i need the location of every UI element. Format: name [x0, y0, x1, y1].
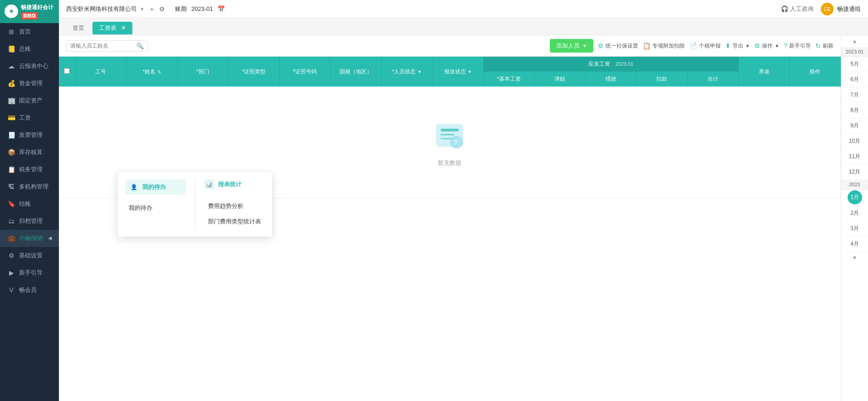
month-scroll-down[interactable]: ▼	[841, 252, 868, 264]
sidebar-item-multi-org[interactable]: 🏗 多机构管理	[0, 178, 59, 195]
report-filter-icon: ▼	[467, 69, 472, 74]
year-prev-label: 2023.01	[841, 47, 868, 57]
select-all-header[interactable]	[59, 57, 75, 87]
tab-salary-label: 工资表	[99, 24, 116, 32]
tab-home[interactable]: 首页	[66, 22, 91, 34]
month-jun[interactable]: 6月	[841, 72, 868, 87]
sidebar-item-ledger[interactable]: 📒 总账	[0, 40, 59, 58]
month-sep[interactable]: 9月	[841, 118, 868, 134]
popup-dept-expense[interactable]: 部门费用类型统计表	[204, 214, 265, 229]
popup-todo-item[interactable]: 我的待办	[125, 200, 186, 216]
month-nov[interactable]: 11月	[841, 149, 868, 164]
support-btn[interactable]: 🎧 人工咨询	[781, 5, 814, 13]
sidebar-item-cloud-report[interactable]: ☁ 云报表中心	[0, 58, 59, 75]
sidebar-item-home[interactable]: ⊞ 首页	[0, 23, 59, 40]
month-mar[interactable]: 3月	[841, 221, 868, 237]
calendar-icon: 📅	[218, 5, 225, 12]
tab-salary[interactable]: 工资表 ✕	[92, 22, 132, 34]
popup-todo-header[interactable]: 👤 我的待办	[125, 179, 186, 195]
col-base-salary: *基本工资	[484, 72, 535, 87]
export-dropdown-icon: ▼	[745, 43, 750, 48]
popup-col-reports: 📊 报表统计 费用趋势分析 部门费用类型统计表	[204, 179, 265, 229]
social-security-btn[interactable]: ⚙ 统一社保设置	[598, 42, 638, 50]
sidebar-item-expense[interactable]: 💼 小畅报销 ◀	[0, 230, 59, 247]
refresh-btn[interactable]: ↻ 刷新	[815, 42, 834, 50]
month-may[interactable]: 5月	[841, 57, 868, 72]
social-label: 统一社保设置	[606, 42, 638, 50]
main-content: 西安虾米网络科技有限公司 ▼ + ⚙ 账期 2023-01 📅 🎧 人工咨询 C…	[59, 0, 868, 401]
search-box[interactable]: 🔍	[66, 40, 148, 52]
tax-icon: 📋	[7, 166, 15, 173]
select-all-checkbox[interactable]	[64, 68, 70, 74]
add-person-button[interactable]: 添加人员 ▼	[550, 39, 594, 53]
popup-reports-header[interactable]: 📊 报表统计	[204, 179, 265, 193]
month-apr[interactable]: 4月	[841, 237, 868, 252]
sidebar-item-invoice[interactable]: 🧾 发票管理	[0, 126, 59, 144]
sidebar-item-closing[interactable]: 🔖 结账	[0, 195, 59, 213]
operations-btn[interactable]: ⚙ 操作 ▼	[754, 42, 779, 50]
tax-return-btn[interactable]: 📄 个税申报	[689, 42, 721, 50]
popup-menu-row: 👤 我的待办 我的待办 📊 报表统计 费用趋势分析 部门费用类型统计表	[125, 179, 265, 229]
period-selector[interactable]: 账期 2023-01 📅	[175, 5, 225, 13]
sidebar-item-basic[interactable]: ⚙ 基础设置	[0, 247, 59, 264]
cloud-icon: ☁	[7, 63, 15, 70]
col-report[interactable]: 报送状态 ▼	[432, 57, 484, 87]
avatar: CE	[821, 3, 834, 15]
col-id-number: *证照号码	[279, 57, 330, 87]
member-icon: V	[7, 286, 15, 294]
app-title: 畅捷通好会计	[21, 4, 53, 11]
search-input[interactable]	[70, 43, 134, 49]
sidebar-label-closing: 结账	[19, 200, 31, 208]
month-aug[interactable]: 8月	[841, 103, 868, 118]
closing-icon: 🔖	[7, 200, 15, 208]
company-selector[interactable]: 西安虾米网络科技有限公司 ▼	[66, 5, 145, 13]
sidebar-item-fund[interactable]: 💰 资金管理	[0, 75, 59, 92]
tab-salary-close[interactable]: ✕	[121, 24, 126, 31]
month-jan[interactable]: 1月	[848, 190, 862, 205]
salary-icon: 💳	[7, 114, 15, 121]
col-bonus: 绩效	[586, 72, 637, 87]
period-col-label: 2023.01	[616, 61, 634, 67]
support-icon: 🎧	[781, 5, 788, 12]
sidebar-item-inventory[interactable]: 📦 库存核算	[0, 144, 59, 161]
sidebar-item-fixed-assets[interactable]: 🏢 固定资产	[0, 92, 59, 109]
sidebar-label-ledger: 总账	[19, 45, 31, 53]
special-deduction-btn[interactable]: 📋 专项附加扣除	[643, 42, 685, 50]
month-feb[interactable]: 2月	[841, 206, 868, 221]
topbar-setting-icon[interactable]: ⚙	[159, 5, 165, 13]
expense-icon: 💼	[7, 235, 15, 242]
sidebar-item-member[interactable]: V 畅会员	[0, 281, 59, 299]
topbar-add-icon[interactable]: +	[150, 5, 154, 13]
refresh-label: 刷新	[823, 42, 834, 50]
status-sort-icon: ▼	[417, 69, 422, 74]
col-name[interactable]: *姓名 ⇅	[126, 57, 178, 87]
col-status[interactable]: *人员状态 ▼	[381, 57, 432, 87]
sidebar: ✦ 畅捷通好会计 旗舰版 ⊞ 首页 📒 总账 ☁ 云报表中心 💰 资金管理 🏢 …	[0, 0, 59, 401]
popup-expense-trend[interactable]: 费用趋势分析	[204, 198, 265, 214]
col-ops: 操作	[790, 57, 841, 87]
export-btn[interactable]: ⬆ 导出 ▼	[725, 42, 750, 50]
month-jul[interactable]: 7月	[841, 87, 868, 103]
fixed-assets-icon: 🏢	[7, 97, 15, 104]
app-subtitle: 旗舰版	[21, 12, 38, 19]
add-dropdown-icon: ▼	[582, 43, 587, 48]
sidebar-item-guide[interactable]: ▶ 新手引导	[0, 264, 59, 281]
ops-label: 操作	[762, 42, 773, 50]
month-scroll-up[interactable]: ▲	[841, 35, 868, 47]
multi-org-icon: 🏗	[7, 183, 15, 190]
sidebar-item-salary[interactable]: 💳 工资	[0, 109, 59, 126]
sidebar-item-archive[interactable]: 🗂 归档管理	[0, 213, 59, 230]
group-header-salary: 应发工资 2023.01	[484, 57, 739, 72]
guide-btn[interactable]: ? 新手引导	[784, 42, 811, 50]
month-oct[interactable]: 10月	[841, 134, 868, 149]
month-dec[interactable]: 12月	[841, 164, 868, 180]
todo-header-icon: 👤	[129, 182, 139, 192]
company-name: 西安虾米网络科技有限公司	[66, 5, 137, 13]
svg-rect-1	[441, 129, 459, 131]
svg-rect-2	[441, 134, 454, 135]
export-icon: ⬆	[725, 42, 731, 49]
sidebar-label-cloud: 云报表中心	[19, 62, 48, 70]
col-total: 合计	[688, 72, 739, 87]
guide-action-icon: ?	[784, 42, 787, 49]
sidebar-item-tax[interactable]: 📋 税务管理	[0, 161, 59, 178]
